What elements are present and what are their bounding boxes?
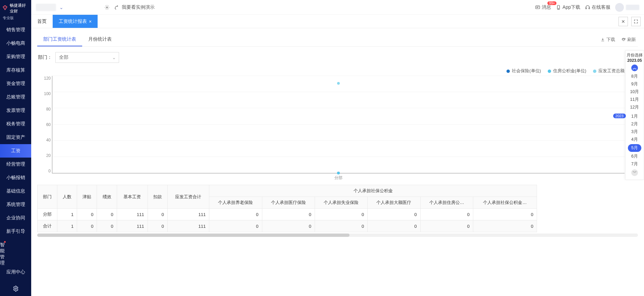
demo-label: 我要看实例演示 bbox=[122, 4, 155, 10]
month-option[interactable]: 8月 bbox=[630, 73, 639, 80]
chevron-down-icon: ⌄ bbox=[112, 55, 116, 60]
cell: 1 bbox=[57, 220, 77, 232]
month-option[interactable]: 1月 bbox=[626, 113, 643, 120]
legend-dot-icon bbox=[548, 70, 551, 73]
th: 绩效 bbox=[97, 185, 117, 209]
page-tab-1[interactable]: 工资统计报表× bbox=[53, 15, 98, 28]
nav-item-12[interactable]: 基础信息 bbox=[0, 184, 31, 198]
cell: 111 bbox=[117, 209, 148, 220]
month-option[interactable]: 5月 bbox=[628, 144, 641, 152]
brand-logo: 畅捷通好业财 bbox=[0, 0, 31, 15]
svg-point-4 bbox=[558, 8, 558, 9]
nav-item-6[interactable]: 发票管理 bbox=[0, 104, 31, 117]
y-tick: 100 bbox=[39, 91, 51, 96]
month-option[interactable]: 11月 bbox=[630, 96, 639, 103]
chart-area: 社会保险(单位)住房公积金(单位)应发工资总额 120100806040200 … bbox=[37, 68, 638, 180]
month-option[interactable]: 10月 bbox=[630, 88, 639, 96]
month-option[interactable]: 9月 bbox=[630, 80, 639, 88]
th: 个人承担大额医疗 bbox=[368, 197, 420, 209]
th: 人数 bbox=[57, 185, 77, 209]
sidebar-footer bbox=[0, 282, 31, 296]
svg-point-1 bbox=[106, 7, 108, 8]
nav-item-5[interactable]: 总账管理 bbox=[0, 90, 31, 104]
month-option[interactable]: 4月 bbox=[626, 136, 643, 143]
month-scroll-down-icon[interactable]: ︾ bbox=[631, 169, 638, 176]
subtab-row: 部门工资统计表月份统计表 下载 刷新 bbox=[37, 33, 638, 47]
nav-item-13[interactable]: 系统管理 bbox=[0, 198, 31, 211]
legend-item[interactable]: 住房公积金(单位) bbox=[548, 68, 586, 74]
cell: 0 bbox=[315, 209, 367, 220]
cell: 0 bbox=[473, 209, 537, 220]
page-tab-0[interactable]: 首页 bbox=[31, 15, 53, 28]
th: 个人承担社保公积金… bbox=[473, 197, 537, 209]
nav-item-15[interactable]: 新手引导 bbox=[0, 225, 31, 238]
department-select-value: 全部 bbox=[59, 54, 68, 60]
online-service-button[interactable]: 在线客服 bbox=[585, 4, 610, 10]
app-download-label: App下载 bbox=[562, 4, 580, 10]
month-option[interactable]: 6月 bbox=[626, 153, 643, 160]
month-scroll-up-icon[interactable]: ︽ bbox=[631, 65, 638, 71]
chart-point bbox=[337, 172, 340, 174]
month-picker-panel: 月份选择 2023.05 ︽ 8月9月10月11月12月 1月2月3月4月5月6… bbox=[625, 50, 644, 180]
scrollbar-thumb[interactable] bbox=[37, 234, 350, 237]
nav-item-1[interactable]: 小畅电商 bbox=[0, 37, 31, 50]
nav-item-3[interactable]: 库存核算 bbox=[0, 64, 31, 77]
nav-item-9[interactable]: 工资 bbox=[0, 144, 31, 158]
subtab-0[interactable]: 部门工资统计表 bbox=[37, 33, 82, 46]
cell: 0 bbox=[97, 220, 117, 232]
refresh-button[interactable]: 刷新 bbox=[621, 37, 636, 43]
fullscreen-button[interactable] bbox=[631, 17, 641, 26]
month-option[interactable]: 7月 bbox=[626, 160, 643, 168]
user-avatar[interactable] bbox=[615, 3, 639, 12]
demo-link[interactable]: 我要看实例演示 bbox=[114, 4, 155, 10]
svg-rect-5 bbox=[586, 7, 587, 9]
legend-dot-icon bbox=[593, 70, 596, 73]
cell: 合计 bbox=[38, 220, 57, 232]
month-option[interactable]: 12月 bbox=[630, 103, 639, 111]
nav-item-2[interactable]: 采购管理 bbox=[0, 50, 31, 64]
nav-item-4[interactable]: 资金管理 bbox=[0, 77, 31, 90]
cell: 0 bbox=[97, 209, 117, 220]
cell: 0 bbox=[148, 209, 167, 220]
online-service-label: 在线客服 bbox=[592, 4, 610, 10]
chart-canvas bbox=[52, 76, 625, 173]
th: 应发工资合计 bbox=[167, 185, 209, 209]
th: 扣款 bbox=[148, 185, 167, 209]
month-option[interactable]: 3月 bbox=[626, 128, 643, 136]
cell: 0 bbox=[420, 209, 473, 220]
legend-item[interactable]: 社会保险(单位) bbox=[506, 68, 541, 74]
content-area: 部门工资统计表月份统计表 下载 刷新 部门： 全部 ⌄ 社会保险(单位)住房公积… bbox=[31, 28, 644, 296]
svg-rect-2 bbox=[536, 6, 540, 9]
nav-item-11[interactable]: 小畅报销 bbox=[0, 171, 31, 184]
th: 个人承担养老保险 bbox=[209, 197, 262, 209]
download-button[interactable]: 下载 bbox=[600, 37, 615, 43]
table-row: 合计1001110111000000 bbox=[38, 220, 537, 232]
department-select[interactable]: 全部 ⌄ bbox=[55, 52, 119, 63]
app-download-button[interactable]: App下载 bbox=[556, 4, 580, 10]
close-all-tabs-button[interactable] bbox=[619, 17, 628, 26]
settings-gear-icon[interactable] bbox=[104, 5, 110, 10]
th-group: 个人承担社保公积金 bbox=[209, 185, 537, 197]
messages-button[interactable]: 消息 bbox=[535, 4, 551, 10]
cell: 1 bbox=[57, 209, 77, 220]
y-tick: 80 bbox=[39, 107, 51, 112]
nav-item-8[interactable]: 固定资产 bbox=[0, 131, 31, 144]
nav-item-0[interactable]: 销售管理 bbox=[0, 23, 31, 37]
nav-item-16[interactable]: 智能管理 bbox=[0, 238, 3, 246]
nav-item-14[interactable]: 企业协同 bbox=[0, 211, 31, 225]
horizontal-scrollbar[interactable] bbox=[37, 234, 638, 237]
month-option[interactable]: 2月 bbox=[626, 120, 643, 128]
legend-dot-icon bbox=[506, 70, 510, 73]
nav-item-7[interactable]: 税务管理 bbox=[0, 117, 31, 131]
settings-icon[interactable] bbox=[13, 287, 19, 293]
y-tick: 20 bbox=[39, 153, 51, 158]
nav-item-10[interactable]: 经营管理 bbox=[0, 158, 31, 171]
org-selector[interactable]: ⌄ bbox=[36, 4, 100, 11]
subtab-1[interactable]: 月份统计表 bbox=[82, 33, 118, 46]
legend-item[interactable]: 应发工资总额 bbox=[593, 68, 625, 74]
nav-item-17[interactable]: 应用中心 bbox=[0, 265, 31, 279]
cell: 0 bbox=[262, 220, 315, 232]
cell: 分部 bbox=[38, 209, 57, 220]
tab-close-icon[interactable]: × bbox=[89, 19, 92, 24]
table-body: 分部1001110111000000合计1001110111000000 bbox=[38, 209, 537, 232]
